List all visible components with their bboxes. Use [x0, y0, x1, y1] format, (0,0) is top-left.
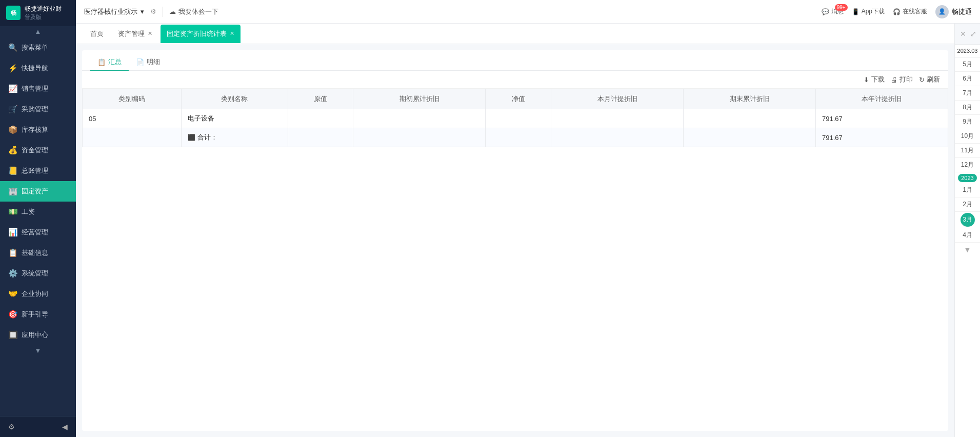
sidebar-item-app-center[interactable]: 🔲 应用中心	[0, 325, 76, 345]
panel-close-icon[interactable]: ✕	[958, 28, 968, 40]
table-cell: 电子设备	[181, 109, 288, 128]
month-item[interactable]: 5月	[955, 57, 980, 72]
month-item[interactable]: 7月	[955, 86, 980, 101]
sidebar-label-payroll: 工资	[22, 207, 35, 216]
month-item[interactable]: 11月	[955, 144, 980, 158]
table-total-row: ⬛合计：791.67	[83, 128, 948, 147]
table-header-col: 净值	[486, 89, 551, 109]
customer-service-btn[interactable]: 🎧 在线客服	[893, 7, 927, 16]
tab-asset-mgmt[interactable]: 资产管理✕	[112, 25, 158, 43]
table-cell	[486, 109, 551, 128]
month-item[interactable]: 10月	[955, 129, 980, 144]
print-btn[interactable]: 🖨 打印	[891, 75, 913, 84]
tabs-bar: 首页资产管理✕固定资产折旧统计表✕	[76, 24, 954, 44]
topbar-divider	[163, 7, 163, 17]
sidebar-item-guide[interactable]: 🎯 新手引导	[0, 304, 76, 325]
sidebar-label-fixed-assets: 固定资产	[22, 187, 48, 196]
panel-header: ✕ ⤢	[955, 24, 980, 45]
service-icon: 🎧	[893, 8, 901, 15]
table-header-col: 本年计提折旧	[815, 89, 948, 109]
main-content: 医疗器械行业演示 ▾ ⚙ ☁ 我要体验一下 💬 消息 99+ 📱 App下载 🎧…	[76, 0, 980, 437]
table-total-cell: ⬛合计：	[181, 128, 288, 147]
sales-icon: 📈	[8, 84, 17, 93]
table-header-col: 期末累计折旧	[684, 89, 816, 109]
sidebar-item-management[interactable]: 📊 经营管理	[0, 222, 76, 243]
sidebar-item-inventory[interactable]: 📦 库存核算	[0, 120, 76, 140]
sidebar-label-quick-nav: 快捷导航	[22, 64, 48, 73]
sidebar-item-payroll[interactable]: 💵 工资	[0, 202, 76, 222]
sub-tab-icon-summary: 📋	[97, 58, 106, 66]
tab-close-depreciation[interactable]: ✕	[230, 30, 234, 37]
table-cell	[353, 109, 486, 128]
guide-icon: 🎯	[8, 310, 17, 319]
sidebar-scroll-up[interactable]: ▲	[0, 26, 76, 37]
sidebar-item-fixed-assets[interactable]: 🏢 固定资产	[0, 181, 76, 202]
company-name: 医疗器械行业演示	[84, 7, 137, 16]
settings-icon[interactable]: ⚙	[6, 421, 17, 433]
avatar: 👤	[935, 5, 949, 18]
sidebar-item-collaboration[interactable]: 🤝 企业协同	[0, 284, 76, 304]
sidebar-item-basic-info[interactable]: 📋 基础信息	[0, 243, 76, 263]
table-row: 05电子设备791.67	[83, 109, 948, 128]
refresh-icon: ↻	[919, 76, 925, 84]
sidebar-item-finance[interactable]: 💰 资金管理	[0, 140, 76, 161]
sidebar-item-sales[interactable]: 📈 销售管理	[0, 78, 76, 99]
sidebar-item-system[interactable]: ⚙️ 系统管理	[0, 263, 76, 284]
right-panel: ✕ ⤢ 2023.03 5月6月7月8月9月10月11月12月20231月2月3…	[954, 24, 980, 437]
tab-depreciation[interactable]: 固定资产折旧统计表✕	[161, 25, 241, 43]
sidebar-scroll-down[interactable]: ▼	[0, 345, 76, 356]
sub-tabs: 📋 汇总📄 明细	[82, 50, 948, 71]
settings-icon[interactable]: ⚙	[150, 8, 156, 15]
sub-tab-detail[interactable]: 📄 明细	[129, 54, 167, 71]
sidebar-item-search[interactable]: 🔍 搜索菜单	[0, 37, 76, 58]
sidebar-item-purchase[interactable]: 🛒 采购管理	[0, 99, 76, 120]
company-selector[interactable]: 医疗器械行业演示 ▾	[84, 7, 144, 16]
user-profile[interactable]: 👤 畅捷通	[935, 5, 972, 18]
month-item[interactable]: 2月	[955, 197, 980, 212]
sidebar-label-finance: 资金管理	[22, 146, 48, 155]
fixed-assets-icon: 🏢	[8, 187, 17, 196]
purchase-icon: 🛒	[8, 105, 17, 114]
sidebar-label-management: 经营管理	[22, 228, 48, 237]
message-btn[interactable]: 💬 消息 99+	[822, 7, 844, 16]
sub-tab-label-detail: 明细	[147, 57, 160, 67]
inventory-icon: 📦	[8, 125, 17, 134]
page-content: 首页资产管理✕固定资产折旧统计表✕ 📋 汇总📄 明细 ⬇ 下载	[76, 24, 954, 437]
sidebar-footer: ⚙ ◀	[0, 416, 76, 437]
download-icon: 📱	[852, 8, 859, 15]
table-cell: 791.67	[815, 109, 948, 128]
month-item[interactable]: 12月	[955, 158, 980, 172]
month-item[interactable]: 6月	[955, 72, 980, 86]
sidebar-label-ledger: 总账管理	[22, 166, 48, 175]
month-item[interactable]: 1月	[955, 183, 980, 197]
tab-home[interactable]: 首页	[84, 25, 110, 43]
sidebar-nav: ▲ 🔍 搜索菜单⚡ 快捷导航📈 销售管理🛒 采购管理📦 库存核算💰 资金管理📒 …	[0, 26, 76, 416]
app-download-btn[interactable]: 📱 App下载	[852, 7, 885, 16]
month-item[interactable]: 4月	[955, 228, 980, 243]
sidebar-item-quick-nav[interactable]: ⚡ 快捷导航	[0, 58, 76, 78]
data-table-wrap: 类别编码类别名称原值期初累计折旧净值本月计提折旧期末累计折旧本年计提折旧 05电…	[82, 89, 948, 431]
main-card: 📋 汇总📄 明细 ⬇ 下载 🖨 打印 ↻	[82, 50, 948, 431]
year-badge: 2023	[955, 172, 980, 183]
table-total-cell: 791.67	[815, 128, 948, 147]
sidebar-label-app-center: 应用中心	[22, 330, 48, 340]
panel-down-icon[interactable]: ▼	[955, 243, 980, 257]
download-btn[interactable]: ⬇ 下载	[864, 75, 885, 84]
app-logo: 畅	[6, 6, 21, 20]
sub-tab-summary[interactable]: 📋 汇总	[90, 54, 129, 71]
sub-tab-label-summary: 汇总	[108, 57, 122, 67]
topbar: 医疗器械行业演示 ▾ ⚙ ☁ 我要体验一下 💬 消息 99+ 📱 App下载 🎧…	[76, 0, 980, 24]
sidebar-label-basic-info: 基础信息	[22, 248, 48, 257]
sidebar-item-ledger[interactable]: 📒 总账管理	[0, 161, 76, 181]
month-item[interactable]: 8月	[955, 101, 980, 115]
month-item[interactable]: 9月	[955, 115, 980, 129]
topbar-right: 💬 消息 99+ 📱 App下载 🎧 在线客服 👤 畅捷通	[822, 5, 972, 18]
user-name: 畅捷通	[952, 7, 972, 16]
panel-expand-icon[interactable]: ⤢	[968, 28, 978, 40]
refresh-btn[interactable]: ↻ 刷新	[919, 75, 940, 84]
collapse-icon[interactable]: ◀	[60, 421, 70, 433]
experience-btn[interactable]: ☁ 我要体验一下	[169, 7, 218, 16]
message-icon: 💬	[822, 8, 829, 15]
tab-close-asset-mgmt[interactable]: ✕	[148, 30, 152, 37]
active-month-item[interactable]: 3月	[961, 213, 975, 227]
